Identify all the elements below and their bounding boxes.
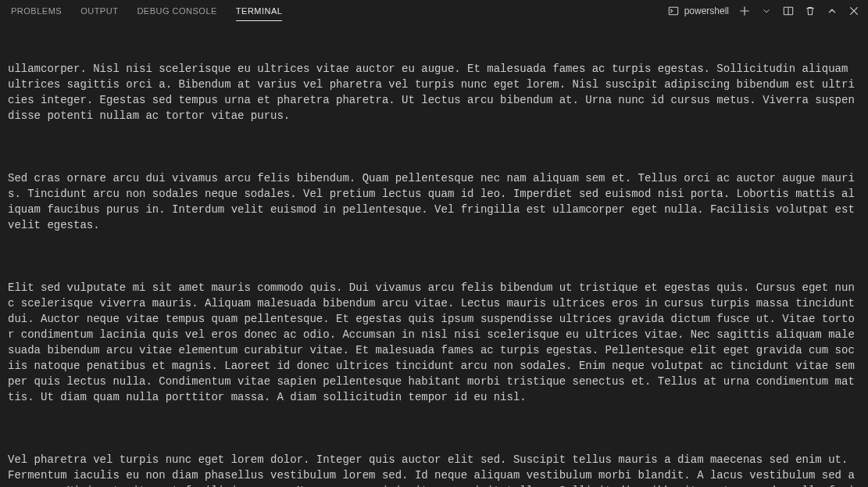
- terminal-icon: [667, 5, 680, 17]
- kill-terminal-icon[interactable]: [804, 5, 816, 17]
- launch-profile[interactable]: powershell: [667, 5, 729, 17]
- tab-debug-console[interactable]: DEBUG CONSOLE: [137, 2, 216, 21]
- tab-terminal[interactable]: TERMINAL: [236, 2, 283, 21]
- panel-tabs: PROBLEMS OUTPUT DEBUG CONSOLE TERMINAL: [11, 2, 282, 21]
- shell-name: powershell: [684, 5, 729, 16]
- split-terminal-icon[interactable]: [782, 5, 795, 17]
- new-terminal-icon[interactable]: [738, 5, 751, 17]
- terminal-line: Sed cras ornare arcu dui vivamus arcu fe…: [8, 170, 860, 233]
- terminal-line: ullamcorper. Nisl nisi scelerisque eu ul…: [8, 61, 860, 124]
- terminal-line: Vel pharetra vel turpis nunc eget lorem …: [8, 452, 860, 487]
- close-panel-icon[interactable]: [848, 5, 860, 17]
- panel-header: PROBLEMS OUTPUT DEBUG CONSOLE TERMINAL p…: [0, 0, 868, 22]
- maximize-panel-icon[interactable]: [826, 5, 838, 17]
- terminal-line: Elit sed vulputate mi sit amet mauris co…: [8, 280, 860, 405]
- svg-rect-0: [669, 7, 677, 15]
- panel-actions: powershell: [667, 5, 860, 17]
- chevron-down-icon[interactable]: [760, 5, 773, 17]
- tab-output[interactable]: OUTPUT: [80, 2, 118, 21]
- terminal-output[interactable]: ullamcorper. Nisl nisi scelerisque eu ul…: [0, 22, 868, 487]
- tab-problems[interactable]: PROBLEMS: [11, 2, 62, 21]
